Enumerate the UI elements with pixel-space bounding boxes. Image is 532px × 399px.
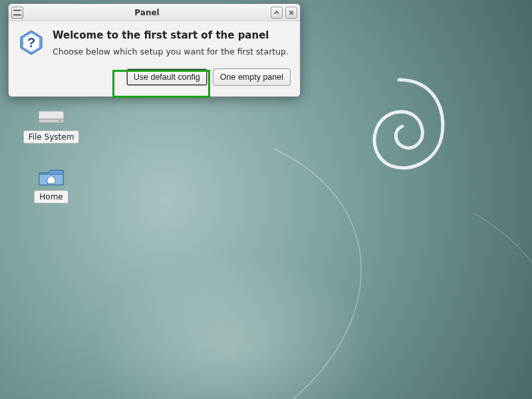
drive-icon [37,106,65,128]
dialog-heading: Welcome to the first start of the panel [53,29,289,41]
debian-swirl-logo [346,66,452,180]
panel-app-icon [11,7,23,19]
svg-point-2 [59,120,61,122]
question-icon: ? [18,29,45,56]
desktop-icon-home[interactable]: Home [21,166,81,203]
desktop-icon-file-system[interactable]: File System [21,106,81,144]
use-default-config-button[interactable]: Use default config [126,68,207,86]
one-empty-panel-button[interactable]: One empty panel [213,68,291,86]
desktop-icon-label: Home [34,190,68,203]
close-button[interactable] [285,7,297,19]
minimize-button[interactable] [271,7,283,19]
desktop-icon-label: File System [23,130,80,144]
dialog-title: Panel [23,8,271,17]
dialog-titlebar[interactable]: Panel [9,4,300,21]
svg-rect-4 [13,14,21,16]
dialog-subtext: Choose below which setup you want for th… [53,47,289,57]
panel-first-start-dialog: Panel ? Welcome to the first start of th… [8,3,301,97]
home-folder-icon [37,166,65,188]
svg-text:?: ? [27,35,35,50]
svg-rect-3 [13,9,21,11]
